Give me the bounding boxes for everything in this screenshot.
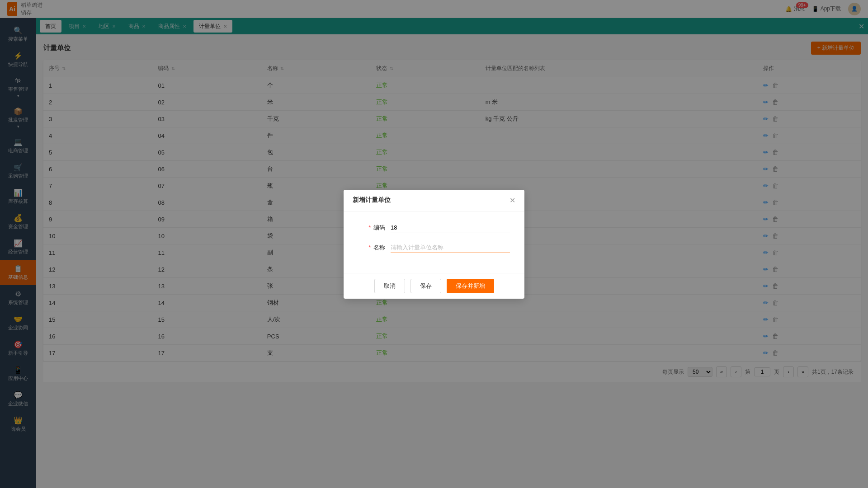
code-input[interactable] <box>391 222 510 233</box>
save-and-new-button[interactable]: 保存并新增 <box>447 279 494 293</box>
modal-footer: 取消 保存 保存并新增 <box>344 273 524 299</box>
cancel-button[interactable]: 取消 <box>374 279 405 293</box>
modal-overlay[interactable]: 新增计量单位 ✕ * 编码 * 名称 取消 保存 保存并新增 <box>0 0 868 488</box>
form-row-code: * 编码 <box>358 222 510 233</box>
save-button[interactable]: 保存 <box>410 279 441 293</box>
code-label-text: 编码 <box>373 224 385 231</box>
form-label-name: * 名称 <box>358 244 385 252</box>
name-input[interactable] <box>391 242 510 253</box>
modal-header: 新增计量单位 ✕ <box>344 190 524 211</box>
add-unit-modal: 新增计量单位 ✕ * 编码 * 名称 取消 保存 保存并新增 <box>344 190 524 299</box>
modal-body: * 编码 * 名称 <box>344 211 524 273</box>
required-marker-code: * <box>368 224 371 231</box>
modal-close-button[interactable]: ✕ <box>509 196 515 205</box>
form-row-name: * 名称 <box>358 242 510 253</box>
form-label-code: * 编码 <box>358 224 385 232</box>
required-marker-name: * <box>368 244 371 251</box>
modal-title: 新增计量单位 <box>353 196 391 204</box>
name-label-text: 名称 <box>373 244 385 251</box>
